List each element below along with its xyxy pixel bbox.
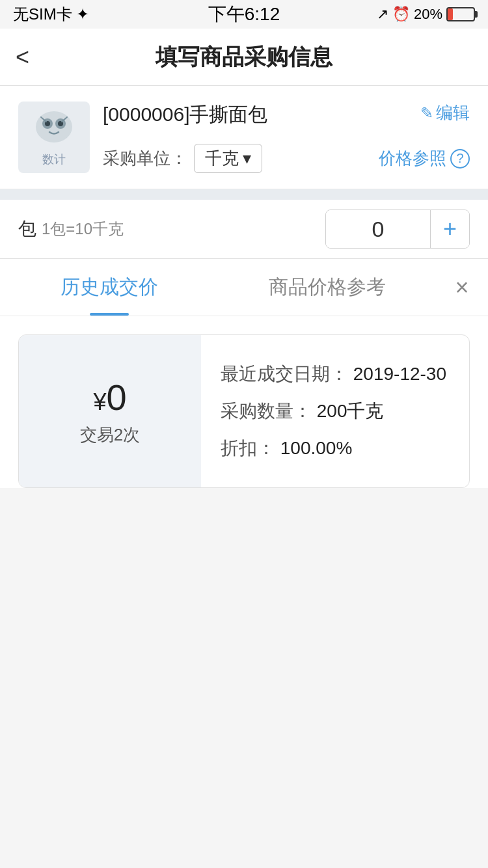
tab-close-button[interactable]: × <box>436 259 488 316</box>
price-card: ¥0 交易2次 最近成交日期： 2019-12-30 采购数量： 200千克 折… <box>18 334 470 488</box>
unit-label: 采购单位： <box>103 147 187 170</box>
price-summary: ¥0 交易2次 <box>19 335 201 487</box>
svg-point-0 <box>36 111 72 142</box>
edit-icon: ✎ <box>420 104 433 122</box>
package-hint: 1包=10千克 <box>42 219 124 239</box>
status-time: 下午6:12 <box>208 2 280 27</box>
page-title: 填写商品采购信息 <box>156 42 332 72</box>
recent-date-value: 2019-12-30 <box>353 364 446 384</box>
status-right: ↗ ⏰ 20% <box>377 6 475 23</box>
status-bar: 无SIM卡 ✦ 下午6:12 ↗ ⏰ 20% <box>0 0 488 29</box>
price-details: 最近成交日期： 2019-12-30 采购数量： 200千克 折扣： 100.0… <box>201 335 469 487</box>
help-icon: ? <box>450 149 470 169</box>
main-content <box>0 506 488 868</box>
product-header: [0000006]手撕面包 ✎ 编辑 <box>103 102 470 128</box>
recent-date-label: 最近成交日期： <box>221 364 348 384</box>
price-reference-link[interactable]: 价格参照 ? <box>379 147 470 170</box>
quantity-input[interactable] <box>326 210 430 248</box>
nav-bar: < 填写商品采购信息 <box>0 29 488 86</box>
product-info: [0000006]手撕面包 ✎ 编辑 采购单位： 千克 ▾ 价格参照 ? <box>103 102 470 173</box>
quantity-detail-value: 200千克 <box>317 401 384 421</box>
battery-icon <box>446 7 475 21</box>
product-logo-icon <box>34 107 74 149</box>
quantity-plus-button[interactable]: + <box>430 210 469 248</box>
quantity-row-detail: 采购数量： 200千克 <box>221 398 450 424</box>
currency-symbol: ¥ <box>93 388 106 415</box>
dropdown-arrow-icon: ▾ <box>243 148 251 169</box>
product-card: 数计 [0000006]手撕面包 ✎ 编辑 采购单位： 千克 ▾ 价格参照 ? <box>0 86 488 189</box>
section-divider <box>0 189 488 200</box>
unit-row: 采购单位： 千克 ▾ <box>103 144 262 173</box>
unit-selector[interactable]: 千克 ▾ <box>194 144 262 173</box>
tabs-header: 历史成交价 商品价格参考 × <box>0 259 488 316</box>
product-meta: 采购单位： 千克 ▾ 价格参照 ? <box>103 144 470 173</box>
logo-text: 数计 <box>34 152 74 167</box>
trade-count: 交易2次 <box>80 424 140 446</box>
status-left: 无SIM卡 ✦ <box>13 4 89 25</box>
product-thumbnail: 数计 <box>18 102 90 173</box>
quantity-controls: + <box>325 210 470 249</box>
recent-date-row: 最近成交日期： 2019-12-30 <box>221 361 450 387</box>
quantity-label: 包 1包=10千克 <box>18 217 124 241</box>
discount-value: 100.00% <box>280 438 353 458</box>
package-label: 包 <box>18 217 36 241</box>
quantity-detail-label: 采购数量： <box>221 401 312 421</box>
back-button[interactable]: < <box>16 44 29 71</box>
alarm-icon: ⏰ <box>392 6 410 23</box>
edit-button[interactable]: ✎ 编辑 <box>420 102 470 124</box>
tab-price-reference[interactable]: 商品价格参考 <box>218 259 436 316</box>
battery-percentage: 20% <box>414 6 442 23</box>
location-icon: ↗ <box>377 6 388 23</box>
product-name: [0000006]手撕面包 <box>103 102 267 128</box>
discount-row: 折扣： 100.00% <box>221 435 450 461</box>
carrier-text: 无SIM卡 ✦ <box>13 4 89 25</box>
price-amount: ¥0 <box>93 376 126 418</box>
tab-active-indicator <box>90 313 129 316</box>
quantity-row: 包 1包=10千克 + <box>0 200 488 258</box>
tabs-container: 历史成交价 商品价格参考 × ¥0 交易2次 最近成交日期： 2019-12-3… <box>0 258 488 488</box>
tab-history-price[interactable]: 历史成交价 <box>0 259 218 316</box>
discount-label: 折扣： <box>221 438 275 458</box>
